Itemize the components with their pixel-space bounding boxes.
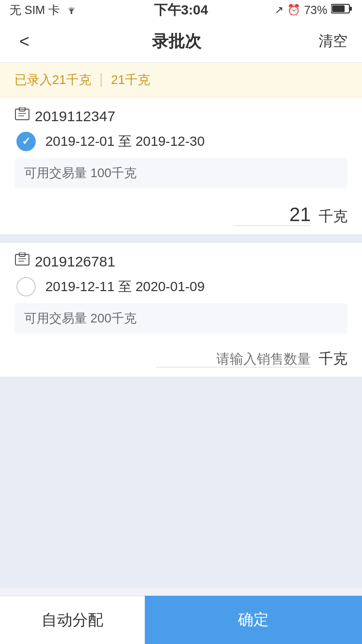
clear-button[interactable]: 清空 — [319, 31, 348, 51]
battery-icon — [331, 3, 352, 17]
gray-area — [0, 385, 362, 588]
batch-id-row-1: 2019112347 — [14, 107, 348, 125]
radio-button-2[interactable] — [16, 277, 36, 296]
status-left: 无 SIM 卡 — [10, 2, 78, 18]
nav-bar: < 录批次 清空 — [0, 20, 362, 63]
batch-item-2: 2019126781 2019-12-11 至 2020-01-09 可用交易量… — [0, 243, 362, 377]
battery-percent: 73% — [304, 3, 327, 17]
section-separator-1 — [0, 234, 362, 243]
summary-divider — [101, 73, 101, 87]
batch-icon-1 — [14, 107, 30, 125]
amount-row-1: 千克 — [0, 196, 362, 234]
section-separator-2 — [0, 377, 362, 385]
alarm-icon: ⏰ — [287, 4, 300, 16]
batch-id-2: 2019126781 — [35, 253, 115, 270]
location-icon: ↗ — [275, 4, 283, 16]
batch-item-1: 2019112347 ✓ 2019-12-01 至 2019-12-30 可用交… — [0, 98, 362, 234]
page-title: 录批次 — [152, 30, 201, 53]
svg-rect-3 — [332, 5, 345, 12]
svg-rect-2 — [349, 7, 352, 11]
batch-capacity-1: 可用交易量 100千克 — [24, 166, 137, 180]
batch-id-row-2: 2019126781 — [14, 252, 348, 270]
auto-distribute-button[interactable]: 自动分配 — [0, 596, 145, 644]
summary-label: 已录入21千克 — [14, 71, 91, 88]
status-time: 下午3:04 — [154, 1, 208, 19]
batch-capacity-box-1: 可用交易量 100千克 — [14, 158, 348, 188]
svg-point-0 — [70, 12, 72, 14]
batch-capacity-box-2: 可用交易量 200千克 — [14, 303, 348, 334]
radio-button-1[interactable]: ✓ — [16, 132, 36, 151]
input-unit-2: 千克 — [319, 349, 348, 369]
summary-bar: 已录入21千克 21千克 — [0, 63, 362, 98]
batch-capacity-2: 可用交易量 200千克 — [24, 311, 137, 325]
carrier-label: 无 SIM 卡 — [10, 2, 60, 18]
batch-id-1: 2019112347 — [35, 108, 115, 125]
status-bar: 无 SIM 卡 下午3:04 ↗ ⏰ 73% — [0, 0, 362, 20]
amount-input-2[interactable] — [156, 351, 311, 367]
summary-value: 21千克 — [111, 71, 150, 88]
batch-icon-2 — [14, 252, 30, 270]
status-right: ↗ ⏰ 73% — [275, 3, 352, 17]
wifi-icon — [65, 3, 78, 17]
radio-check-1: ✓ — [22, 135, 30, 148]
bottom-bar: 自动分配 确定 — [0, 596, 362, 644]
batch-date-row-2[interactable]: 2019-12-11 至 2020-01-09 — [14, 277, 348, 296]
batch-date-1: 2019-12-01 至 2019-12-30 — [45, 132, 205, 151]
back-button[interactable]: < — [14, 27, 34, 56]
batch-date-row-1[interactable]: ✓ 2019-12-01 至 2019-12-30 — [14, 132, 348, 151]
confirm-button[interactable]: 确定 — [145, 596, 362, 644]
input-row-2: 千克 — [0, 341, 362, 377]
amount-input-1[interactable] — [234, 204, 311, 226]
amount-unit-1: 千克 — [319, 207, 348, 226]
batch-date-2: 2019-12-11 至 2020-01-09 — [45, 278, 205, 296]
content-area: 2019112347 ✓ 2019-12-01 至 2019-12-30 可用交… — [0, 98, 362, 636]
